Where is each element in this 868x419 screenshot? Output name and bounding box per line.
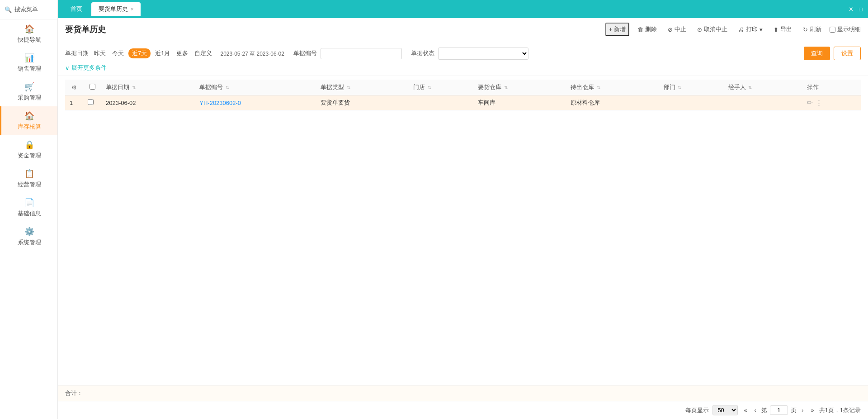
- th-settings[interactable]: ⚙: [65, 80, 83, 95]
- purchase-icon: 🛒: [24, 82, 34, 92]
- th-pending-warehouse[interactable]: 待出仓库 ⇅: [566, 80, 659, 95]
- finance-icon: 🔒: [24, 140, 34, 150]
- page-size-label: 每页显示: [685, 406, 709, 414]
- operations-icon: 📋: [24, 169, 34, 179]
- inventory-icon: 🏠: [24, 111, 34, 121]
- sidebar-item-sales[interactable]: 📊 销售管理: [0, 48, 57, 77]
- data-table: ⚙ 单据日期 ⇅ 单据编号 ⇅ 单据类型 ⇅ 门店 ⇅ 要货仓库 ⇅ 待出仓库 …: [65, 80, 861, 110]
- prev-page-btn[interactable]: ‹: [752, 406, 759, 414]
- page-info: 共1页，1条记录: [819, 406, 861, 414]
- th-store[interactable]: 门店 ⇅: [409, 80, 473, 95]
- row-actions: ✏ ⋮: [807, 99, 856, 107]
- sidebar-item-label: 库存核算: [18, 123, 41, 131]
- sidebar-item-system[interactable]: ⚙️ 系统管理: [0, 222, 57, 251]
- page-number-input[interactable]: [770, 405, 788, 415]
- sidebar-item-label: 系统管理: [18, 238, 41, 247]
- status-select[interactable]: [438, 48, 528, 60]
- date-more[interactable]: 更多: [175, 48, 190, 58]
- print-icon: 🖨: [738, 26, 744, 33]
- bill-no-label: 单据编号: [293, 49, 317, 57]
- print-button[interactable]: 🖨 打印 ▾: [736, 24, 765, 35]
- topbar-close-icon[interactable]: ✕: [849, 6, 854, 13]
- tab-home-label: 首页: [71, 5, 82, 13]
- th-department[interactable]: 部门 ⇅: [659, 80, 724, 95]
- expand-filter-btn[interactable]: ∨ 展开更多条件: [65, 64, 861, 72]
- content-area: 要货单历史 + 新增 🗑 删除 ⊘ 中止 ⊙ 取消中止 🖨 打印: [58, 18, 868, 419]
- sidebar-item-label: 资金管理: [18, 152, 41, 160]
- tab-active[interactable]: 要货单历史 ×: [91, 2, 141, 16]
- page-label-suffix: 页: [791, 406, 797, 414]
- tab-close-icon[interactable]: ×: [131, 6, 133, 12]
- date-yesterday[interactable]: 昨天: [92, 48, 108, 58]
- date-recent7[interactable]: 近7天: [128, 48, 151, 58]
- td-checkbox[interactable]: [83, 95, 101, 110]
- sidebar-item-basic[interactable]: 📄 基础信息: [0, 193, 57, 222]
- cancel-stop-button[interactable]: ⊙ 取消中止: [694, 24, 730, 35]
- stop-icon: ⊘: [668, 26, 673, 33]
- th-bill-no[interactable]: 单据编号 ⇅: [195, 80, 316, 95]
- table-footer: 合计：: [58, 385, 868, 401]
- tab-home[interactable]: 首页: [63, 2, 90, 16]
- edit-icon[interactable]: ✏: [807, 99, 813, 107]
- page-header: 要货单历史 + 新增 🗑 删除 ⊘ 中止 ⊙ 取消中止 🖨 打印: [58, 18, 868, 41]
- date-recent1month[interactable]: 近1月: [153, 48, 172, 58]
- page-size-select[interactable]: 50 100 200: [712, 405, 738, 415]
- stop-button[interactable]: ⊘ 中止: [665, 24, 689, 35]
- sales-icon: 📊: [24, 53, 34, 63]
- sidebar-item-inventory[interactable]: 🏠 库存核算: [0, 106, 57, 135]
- td-bill-no[interactable]: YH-20230602-0: [195, 95, 316, 110]
- next-page-btn[interactable]: ›: [799, 406, 806, 414]
- page-label-first: 第: [761, 406, 767, 414]
- row-checkbox[interactable]: [88, 99, 94, 105]
- date-today[interactable]: 今天: [110, 48, 126, 58]
- th-actions: 操作: [802, 80, 861, 95]
- show-detail-checkbox[interactable]: [830, 27, 835, 33]
- date-custom[interactable]: 自定义: [193, 48, 214, 58]
- new-button[interactable]: + 新增: [605, 23, 629, 36]
- td-index: 1: [65, 95, 83, 110]
- first-page-btn[interactable]: «: [741, 406, 749, 414]
- pagination: 每页显示 50 100 200 « ‹ 第 页 › » 共1页，1条记录: [58, 401, 868, 419]
- date-range-display: 2023-05-27 至 2023-06-02: [220, 50, 284, 58]
- th-checkbox[interactable]: [83, 80, 101, 95]
- sidebar-item-label: 快捷导航: [18, 36, 41, 44]
- sidebar-search[interactable]: 🔍 搜索菜单: [0, 0, 57, 19]
- topbar: 首页 要货单历史 × ✕ □: [58, 0, 868, 18]
- show-detail-toggle[interactable]: 显示明细: [830, 25, 861, 33]
- sidebar-item-finance[interactable]: 🔒 资金管理: [0, 135, 57, 164]
- td-pending-warehouse: 原材料仓库: [566, 95, 659, 110]
- sidebar-item-label: 采购管理: [18, 94, 41, 102]
- select-all-checkbox[interactable]: [90, 84, 95, 90]
- bill-no-link[interactable]: YH-20230602-0: [199, 100, 241, 106]
- delete-button[interactable]: 🗑 删除: [635, 24, 660, 35]
- sidebar-item-purchase[interactable]: 🛒 采购管理: [0, 77, 57, 106]
- sidebar-item-home[interactable]: 🏠 快捷导航: [0, 19, 57, 48]
- th-date[interactable]: 单据日期 ⇅: [101, 80, 195, 95]
- th-req-warehouse[interactable]: 要货仓库 ⇅: [473, 80, 566, 95]
- last-page-btn[interactable]: »: [808, 406, 816, 414]
- cancel-stop-icon: ⊙: [697, 26, 702, 33]
- topbar-minimize-icon[interactable]: □: [859, 6, 863, 13]
- status-label: 单据状态: [411, 49, 434, 57]
- sidebar-search-label: 搜索菜单: [14, 5, 38, 14]
- more-icon[interactable]: ⋮: [816, 99, 822, 107]
- date-filter-label: 单据日期: [65, 49, 89, 57]
- sidebar: 🔍 搜索菜单 🏠 快捷导航 📊 销售管理 🛒 采购管理 🏠 库存核算 🔒 资金管…: [0, 0, 58, 419]
- td-req-warehouse: 车间库: [473, 95, 566, 110]
- system-icon: ⚙️: [24, 227, 34, 237]
- settings-button[interactable]: 设置: [834, 47, 861, 60]
- sidebar-item-operations[interactable]: 📋 经营管理: [0, 164, 57, 193]
- th-handler[interactable]: 经手人 ⇅: [724, 80, 802, 95]
- topbar-right: ✕ □: [849, 6, 863, 13]
- query-button[interactable]: 查询: [804, 47, 830, 60]
- sidebar-item-label: 经营管理: [18, 181, 41, 189]
- bill-no-input[interactable]: [321, 48, 402, 59]
- export-button[interactable]: ⬆ 导出: [771, 24, 795, 35]
- table-area: ⚙ 单据日期 ⇅ 单据编号 ⇅ 单据类型 ⇅ 门店 ⇅ 要货仓库 ⇅ 待出仓库 …: [58, 76, 868, 385]
- print-chevron-icon: ▾: [760, 26, 763, 33]
- delete-icon: 🗑: [637, 26, 643, 33]
- refresh-icon: ↻: [803, 26, 808, 33]
- th-bill-type[interactable]: 单据类型 ⇅: [316, 80, 409, 95]
- refresh-button[interactable]: ↻ 刷新: [800, 24, 824, 35]
- export-icon: ⬆: [774, 26, 778, 33]
